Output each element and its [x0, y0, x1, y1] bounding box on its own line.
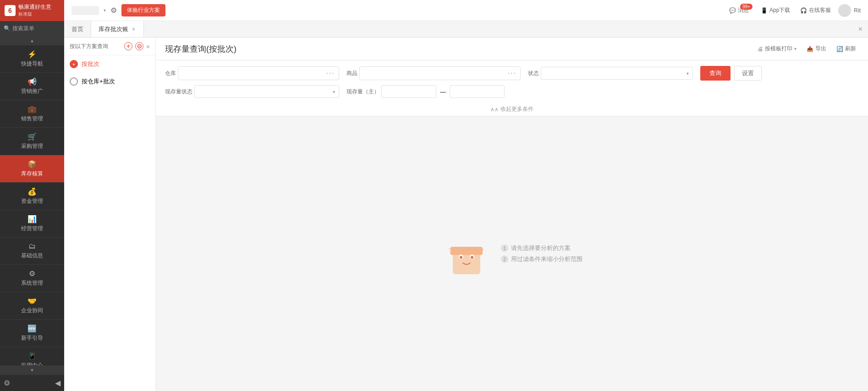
tab-bar: 首页 库存批次账 × × [64, 21, 868, 38]
refresh-icon: 🔄 [836, 46, 843, 52]
page-actions: 🖨 按模板打印 ▾ 📤 导出 🔄 刷新 [755, 43, 859, 54]
inventory-icon: 📦 [27, 160, 37, 168]
topbar-left: ▾ ⚙ 体验行业方案 [71, 4, 165, 16]
sidebar-item-label: 采购管理 [21, 142, 43, 150]
sales-icon: 💼 [27, 105, 37, 114]
main-content: 现存量查询(按批次) 🖨 按模板打印 ▾ 📤 导出 🔄 刷新 [156, 38, 868, 391]
product-input[interactable]: ··· [359, 66, 521, 80]
app-icon: 6 [5, 5, 16, 16]
sidebar: 6 畅康通好生意 标准版 🔍 搜索菜单 ▲ ⚡ 快捷导航 📢 营销推广 💼 销售… [0, 0, 64, 391]
guide-icon: 🆕 [27, 324, 37, 333]
left-panel-header: 按以下方案查询 + ⚙ « [64, 38, 155, 55]
filter-inventory-qty: 现存量（主） — [346, 85, 521, 98]
sidebar-search[interactable]: 🔍 搜索菜单 [0, 21, 64, 36]
svg-point-4 [460, 256, 462, 259]
collapse-bar[interactable]: ∧∧ 收起更多条件 [165, 103, 859, 116]
headset-icon: 🎧 [800, 7, 807, 14]
main-area: ▾ ⚙ 体验行业方案 💬 消息 99+ 📱 App下载 🎧 在线客服 Rit [64, 0, 868, 391]
footer-collapse-icon[interactable]: ◀ [55, 379, 60, 387]
online-service-label: 在线客服 [809, 6, 831, 14]
panel-header-icons: + ⚙ « [124, 42, 150, 50]
sidebar-item-label: 应用中心 [21, 362, 43, 365]
scroll-down-btn[interactable]: ▼ [0, 365, 64, 375]
inventory-qty-from[interactable] [381, 85, 436, 98]
search-icon: 🔍 [4, 25, 11, 32]
sidebar-item-enterprise[interactable]: 🤝 企业协同 [0, 292, 64, 320]
scheme-item-by-batch[interactable]: ● 按批次 [64, 55, 155, 73]
sidebar-item-inventory[interactable]: 📦 库存核算 [0, 155, 64, 183]
chevron-up-icon: ∧∧ [490, 106, 499, 113]
sidebar-item-appstore[interactable]: 📱 应用中心 [0, 347, 64, 365]
warehouse-dots: ··· [326, 69, 335, 77]
sidebar-header: 6 畅康通好生意 标准版 [0, 0, 64, 21]
product-label: 商品 [346, 70, 357, 77]
print-button[interactable]: 🖨 按模板打印 ▾ [755, 43, 799, 54]
collapse-label: 收起更多条件 [500, 105, 533, 113]
messages-badge: 99+ [740, 4, 753, 10]
svg-point-5 [471, 256, 473, 259]
dropdown-arrow-icon[interactable]: ▾ [104, 8, 106, 13]
filter-area: 仓库 ··· 商品 ··· 状态 [156, 60, 868, 116]
sidebar-item-label: 快捷导航 [21, 60, 43, 68]
export-icon: 📤 [807, 46, 813, 52]
empty-state: ? ? 1 请先选择要分析的方案 2 用过滤条件来缩小分析范围 [156, 116, 868, 391]
tab-close-icon[interactable]: × [131, 25, 136, 33]
step2-num: 2 [501, 255, 508, 263]
tab-inventory-batch[interactable]: 库存批次账 × [91, 21, 144, 37]
query-button[interactable]: 查询 [700, 66, 731, 81]
sidebar-item-sales[interactable]: 💼 销售管理 [0, 100, 64, 128]
refresh-label: 刷新 [845, 45, 856, 53]
sidebar-item-marketing[interactable]: 📢 营销推广 [0, 73, 64, 100]
tab-home[interactable]: 首页 [64, 21, 91, 37]
status-select[interactable]: ▾ [541, 67, 693, 80]
sidebar-item-guide[interactable]: 🆕 新手引导 [0, 320, 64, 347]
finance-icon: 💰 [27, 187, 37, 196]
panel-collapse-icon[interactable]: « [146, 43, 150, 50]
sidebar-footer: ⚙ ◀ [0, 375, 64, 391]
settings-button[interactable]: 设置 [734, 66, 762, 81]
warehouse-input[interactable]: ··· [178, 66, 339, 80]
panel-add-icon[interactable]: + [124, 42, 132, 50]
sidebar-item-purchase[interactable]: 🛒 采购管理 [0, 128, 64, 155]
topbar-settings-icon[interactable]: ⚙ [110, 6, 117, 15]
filter-warehouse: 仓库 ··· [165, 66, 339, 80]
export-button[interactable]: 📤 导出 [804, 43, 829, 54]
scheme-label-by-warehouse-batch: 按仓库+批次 [82, 77, 115, 86]
sidebar-item-quick-nav[interactable]: ⚡ 快捷导航 [0, 45, 64, 73]
scroll-up-btn[interactable]: ▲ [0, 36, 64, 45]
footer-settings-icon[interactable]: ⚙ [4, 379, 10, 387]
sidebar-item-base[interactable]: 🗂 基础信息 [0, 238, 64, 265]
online-service-button[interactable]: 🎧 在线客服 [800, 6, 831, 14]
topbar: ▾ ⚙ 体验行业方案 💬 消息 99+ 📱 App下载 🎧 在线客服 Rit [64, 0, 868, 21]
app-download-label: App下载 [769, 6, 790, 14]
user-area[interactable]: Rit [838, 4, 861, 17]
sidebar-item-finance[interactable]: 💰 资金管理 [0, 183, 64, 210]
app-download-button[interactable]: 📱 App下载 [761, 6, 790, 14]
page-header: 现存量查询(按批次) 🖨 按模板打印 ▾ 📤 导出 🔄 刷新 [156, 38, 868, 60]
base-icon: 🗂 [28, 242, 36, 250]
marketing-icon: 📢 [27, 77, 37, 86]
messages-button[interactable]: 💬 消息 99+ [729, 6, 749, 14]
scheme-item-by-warehouse-batch[interactable]: 按仓库+批次 [64, 73, 155, 90]
inventory-qty-label: 现存量（主） [346, 88, 379, 96]
sidebar-item-label: 营销推广 [21, 87, 43, 95]
left-panel: 按以下方案查询 + ⚙ « ● 按批次 按仓库+批次 [64, 38, 156, 391]
panel-settings-icon[interactable]: ⚙ [135, 42, 143, 50]
scheme-dot-inactive [70, 77, 78, 86]
sidebar-item-system[interactable]: ⚙ 系统管理 [0, 265, 64, 292]
print-dropdown-icon[interactable]: ▾ [794, 46, 797, 51]
enterprise-icon: 🤝 [27, 297, 37, 305]
scheme-label-by-batch: 按批次 [82, 60, 99, 68]
breadcrumb-input [71, 6, 99, 15]
inventory-qty-to[interactable] [450, 85, 505, 98]
sidebar-item-business[interactable]: 📊 经营管理 [0, 210, 64, 238]
trial-button[interactable]: 体验行业方案 [121, 4, 165, 16]
svg-rect-1 [450, 247, 483, 255]
action-btns: 查询 设置 [700, 66, 762, 81]
filter-inventory-status: 现存量状态 ▾ [165, 85, 339, 98]
tab-bar-close-button[interactable]: × [853, 25, 868, 33]
refresh-button[interactable]: 🔄 刷新 [834, 43, 859, 54]
inventory-status-select[interactable]: ▾ [194, 85, 339, 98]
empty-step1: 请先选择要分析的方案 [511, 244, 571, 252]
export-label: 导出 [815, 45, 826, 53]
